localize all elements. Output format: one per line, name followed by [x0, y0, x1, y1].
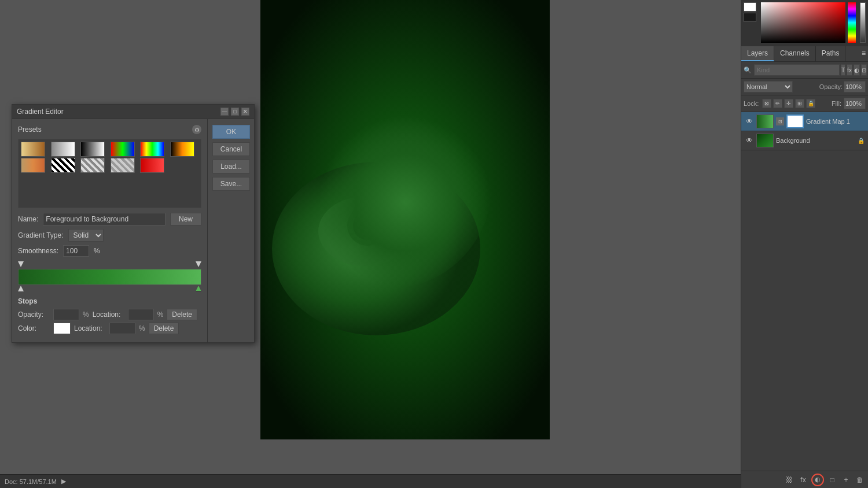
add-group-btn[interactable]: □ — [826, 474, 838, 486]
preset-item-6[interactable] — [170, 142, 194, 157]
opacity-stop-label: Opacity: — [18, 310, 50, 319]
status-arrow: ▶ — [61, 478, 66, 485]
color-stop-right[interactable] — [196, 286, 201, 291]
foreground-color[interactable] — [744, 2, 756, 12]
presets-header: Presets ⚙ — [18, 125, 201, 134]
layer-filter-fx-btn[interactable]: fx — [847, 64, 852, 76]
color-location-pct: % — [139, 324, 145, 332]
layer-2-thumb — [756, 134, 774, 147]
layers-tab[interactable]: Layers — [741, 46, 774, 61]
stops-label: Stops — [18, 297, 201, 305]
cancel-button[interactable]: Cancel — [212, 142, 250, 156]
color-picker-gradient — [761, 2, 845, 43]
background-color[interactable] — [744, 13, 756, 22]
fill-label: Fill: — [832, 100, 841, 107]
preset-item-3[interactable] — [80, 142, 105, 157]
layers-panel-menu-btn[interactable]: ≡ — [859, 46, 868, 61]
layer-item-gradient-map[interactable]: 👁 ⊡ Gradient Map 1 — [741, 112, 868, 131]
layer-1-thumb — [756, 114, 774, 128]
lock-move-btn[interactable]: ✛ — [784, 99, 793, 108]
layers-bottom-bar: ⛓ fx ◐ □ + 🗑 — [741, 471, 868, 488]
color-gradient-box[interactable] — [761, 2, 845, 43]
new-button[interactable]: New — [170, 213, 201, 225]
preset-item-4[interactable] — [111, 142, 135, 157]
layer-2-name: Background — [776, 137, 855, 144]
lock-artboard-btn[interactable]: ⊞ — [795, 99, 804, 108]
name-row: Name: New — [18, 213, 201, 225]
color-swatch[interactable] — [53, 323, 71, 334]
load-button[interactable]: Load... — [212, 160, 250, 173]
lock-paint-btn[interactable]: ✏ — [773, 99, 782, 108]
name-input[interactable] — [43, 213, 165, 225]
name-label: Name: — [18, 215, 38, 223]
fill-input[interactable] — [844, 98, 866, 109]
opacity-stop-row: Opacity: % Location: % Delete — [18, 309, 201, 320]
layer-2-lock-icon: 🔒 — [858, 136, 865, 145]
gradient-bar[interactable] — [18, 269, 201, 285]
gradient-editor-title: Gradient Editor — [17, 108, 64, 116]
opacity-stop-right[interactable] — [196, 261, 201, 267]
color-alpha-bar[interactable] — [860, 2, 866, 43]
gradient-editor-titlebar[interactable]: Gradient Editor — □ ✕ — [12, 105, 254, 119]
opacity-location-input[interactable] — [128, 309, 154, 320]
add-layer-style-btn[interactable]: fx — [797, 474, 809, 486]
preset-item-10[interactable] — [111, 158, 135, 173]
link-layers-btn[interactable]: ⛓ — [784, 474, 795, 486]
layers-search-input[interactable] — [754, 64, 840, 76]
preset-item-2[interactable] — [51, 142, 75, 157]
layer-filter-text-btn[interactable]: T — [841, 64, 845, 76]
lock-transparent-btn[interactable]: ⊠ — [762, 99, 771, 108]
preset-item-9[interactable] — [80, 158, 105, 173]
opacity-value-input[interactable] — [53, 309, 79, 320]
canvas-image — [260, 0, 550, 439]
smoothness-row: Smoothness: % — [18, 245, 201, 257]
layer-1-visibility-btn[interactable]: 👁 — [745, 117, 754, 126]
blend-mode-row: Normal Multiply Screen Opacity: — [741, 79, 868, 95]
color-spectrum-bar[interactable] — [848, 2, 856, 43]
svg-point-6 — [318, 197, 411, 266]
presets-grid — [21, 142, 198, 173]
paths-tab[interactable]: Paths — [816, 46, 846, 61]
preset-item-11[interactable] — [140, 158, 164, 173]
gradient-editor-close-btn[interactable]: ✕ — [241, 108, 249, 116]
opacity-label: Opacity: — [819, 83, 843, 90]
lock-all-btn[interactable]: 🔒 — [806, 99, 815, 108]
layers-tabs: Layers Channels Paths ≡ — [741, 46, 868, 62]
layer-item-background[interactable]: 👁 Background 🔒 — [741, 131, 868, 150]
opacity-delete-btn[interactable]: Delete — [167, 309, 197, 320]
ok-button[interactable]: OK — [212, 125, 250, 139]
opacity-location-pct: % — [157, 310, 164, 319]
gradient-top-stops — [18, 261, 201, 268]
preset-item-7[interactable] — [21, 158, 45, 173]
preset-item-5[interactable] — [140, 142, 164, 157]
gradient-type-label: Gradient Type: — [18, 231, 64, 239]
opacity-stop-left[interactable] — [18, 261, 24, 267]
color-delete-btn[interactable]: Delete — [149, 323, 179, 334]
color-stop-left[interactable] — [18, 286, 24, 291]
delete-layer-btn[interactable]: 🗑 — [854, 474, 866, 486]
preset-item-1[interactable] — [21, 142, 45, 157]
layer-2-visibility-btn[interactable]: 👁 — [745, 136, 754, 145]
smoothness-label: Smoothness: — [18, 247, 58, 255]
channels-tab[interactable]: Channels — [774, 46, 816, 61]
gradient-editor-maximize-btn[interactable]: □ — [231, 108, 239, 116]
gradient-editor-minimize-btn[interactable]: — — [220, 108, 229, 116]
blend-mode-select[interactable]: Normal Multiply Screen — [744, 81, 793, 93]
layer-filter-smart-btn[interactable]: ⊡ — [861, 64, 867, 76]
add-layer-btn[interactable]: + — [840, 474, 852, 486]
smoothness-input[interactable] — [63, 245, 89, 257]
layer-1-mask-thumb — [786, 114, 804, 128]
preset-item-8[interactable] — [51, 158, 75, 173]
add-adjustment-btn[interactable]: ◐ — [811, 474, 824, 486]
svg-point-8 — [353, 211, 382, 240]
layer-filter-adj-btn[interactable]: ◐ — [854, 64, 860, 76]
gradient-type-select[interactable]: Solid Noise — [68, 229, 104, 242]
layers-search-row: 🔍 T fx ◐ ⊡ ● — [741, 62, 868, 79]
presets-gear-btn[interactable]: ⚙ — [192, 125, 201, 134]
svg-rect-10 — [761, 2, 845, 43]
save-button[interactable]: Save... — [212, 177, 250, 191]
color-location-input[interactable] — [109, 323, 135, 334]
opacity-location-label: Location: — [93, 310, 124, 319]
opacity-input[interactable] — [844, 81, 866, 93]
lock-icons: ⊠ ✏ ✛ ⊞ 🔒 — [762, 99, 815, 108]
